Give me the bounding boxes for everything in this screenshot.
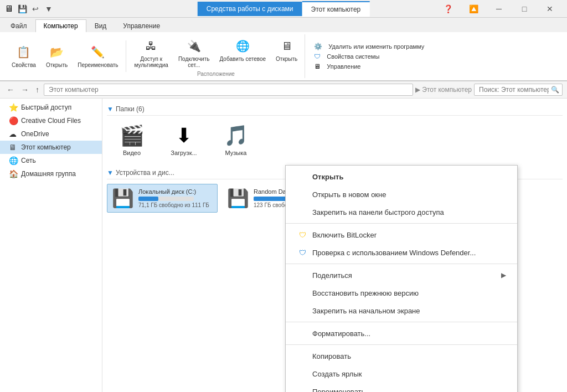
ribbon-group-main: 📋 Свойства 📂 Открыть ✏️ Переименовать	[4, 40, 126, 72]
share-arrow-icon: ▶	[501, 271, 506, 279]
ctx-rename[interactable]: Переименовать	[286, 383, 517, 392]
ribbon-group-system: ⚙️ Удалить или изменить программу 🛡 Свой…	[306, 40, 436, 73]
ctx-separator-2	[286, 264, 517, 264]
title-tab-computer[interactable]: Этот компьютер	[302, 1, 370, 17]
bitlocker-icon: 🛡	[297, 229, 308, 240]
ribbon: Файл Компьютер Вид Управление 📋 Свойства…	[0, 18, 567, 81]
address-bar: ← → ↑ ▶ Этот компьютер 🔍	[0, 81, 567, 99]
context-menu-overlay[interactable]: Открыть Открыть в новом окне Закрепить н…	[102, 99, 567, 392]
ribbon-properties-btn[interactable]: 📋 Свойства	[8, 42, 40, 70]
ctx-create-shortcut[interactable]: Создать ярлык	[286, 365, 517, 383]
open2-icon: 🖥	[278, 37, 296, 55]
ribbon-rename-btn[interactable]: ✏️ Переименовать	[74, 42, 122, 70]
minimize-button[interactable]: ─	[486, 0, 512, 18]
ribbon-open-btn[interactable]: 📂 Открыть	[42, 42, 71, 70]
network-icon: 🌐	[9, 156, 18, 165]
context-menu: Открыть Открыть в новом окне Закрепить н…	[285, 165, 518, 392]
location-label: Расположение	[197, 71, 235, 77]
ctx-new-window-icon	[297, 189, 308, 200]
ctx-rename-icon	[297, 386, 308, 392]
ctx-open-new-window[interactable]: Открыть в новом окне	[286, 185, 517, 203]
ribbon-uninstall-btn[interactable]: Удалить или изменить программу	[324, 42, 428, 51]
ctx-restore-icon	[297, 287, 308, 298]
sidebar-item-creative-cloud[interactable]: 🔴 Creative Cloud Files	[0, 114, 102, 127]
ctx-shortcut-icon	[297, 368, 308, 379]
ctx-separator-3	[286, 322, 517, 322]
breadcrumb-arrow: ▶ Этот компьютер	[415, 86, 472, 94]
ribbon-content: 📋 Свойства 📂 Открыть ✏️ Переименовать 🖧	[0, 32, 567, 81]
address-input[interactable]	[44, 84, 413, 96]
ribbon-group-location: 🖧 Доступ кмультимедиа 🔌 Подключитьсет...…	[127, 34, 306, 78]
ctx-format-icon	[297, 328, 308, 339]
ctx-bitlocker[interactable]: 🛡 Включить BitLocker	[286, 226, 517, 244]
search-icon: 🔍	[551, 86, 559, 94]
ribbon-network-access-btn[interactable]: 🖧 Доступ кмультимедиа	[131, 35, 172, 70]
gear-icon: ⚙️	[314, 43, 322, 50]
manage-icon: 🖥	[314, 63, 321, 70]
up-button[interactable]: ↑	[33, 84, 42, 95]
ribbon-open2-btn[interactable]: 🖥 Открыть	[272, 35, 301, 64]
ribbon-tab-view[interactable]: Вид	[86, 19, 115, 32]
connect-icon: 🔌	[185, 37, 203, 55]
sidebar-item-quick-access[interactable]: ⭐ Быстрый доступ	[0, 101, 102, 114]
network-icon: 🖧	[142, 37, 160, 55]
creative-cloud-icon: 🔴	[9, 116, 18, 125]
forward-button[interactable]: →	[19, 84, 31, 95]
sidebar-item-homegroup[interactable]: 🏠 Домашняя группа	[0, 167, 102, 180]
ribbon-tab-manage[interactable]: Управление	[115, 19, 168, 32]
shield-icon: 🛡	[314, 53, 321, 60]
homegroup-icon: 🏠	[9, 169, 18, 178]
qa-undo-btn[interactable]: ↩	[30, 3, 41, 14]
ctx-restore-prev[interactable]: Восстановить прежнюю версию	[286, 284, 517, 302]
ribbon-manage-btn[interactable]: Управление	[323, 62, 364, 71]
main-layout: ⭐ Быстрый доступ 🔴 Creative Cloud Files …	[0, 99, 567, 392]
ctx-open[interactable]: Открыть	[286, 168, 517, 185]
ctx-copy[interactable]: Копировать	[286, 347, 517, 365]
ctx-defender[interactable]: 🛡 Проверка с использованием Windows Defe…	[286, 244, 517, 261]
content-area: ▼ Папки (6) 🎬 Видео ⬇ Загрузк... 🎵 Музык…	[102, 99, 567, 392]
add-network-icon: 🌐	[234, 37, 251, 55]
ribbon-connect-btn[interactable]: 🔌 Подключитьсет...	[174, 35, 214, 70]
quick-access-icon: ⭐	[9, 103, 18, 112]
collapse-ribbon-button[interactable]: 🔼	[461, 0, 486, 18]
search-input[interactable]	[474, 84, 563, 96]
qa-dropdown-btn[interactable]: ▼	[43, 3, 54, 14]
defender-icon: 🛡	[297, 247, 308, 258]
ctx-start-pin-icon	[297, 305, 308, 316]
ribbon-location-buttons: 🖧 Доступ кмультимедиа 🔌 Подключитьсет...…	[131, 35, 302, 70]
rename-icon: ✏️	[89, 43, 107, 61]
ribbon-tabs: Файл Компьютер Вид Управление	[0, 18, 567, 32]
ctx-separator-4	[286, 344, 517, 345]
ribbon-tab-disks[interactable]: Средства работы с дисками	[198, 2, 302, 16]
open-icon: 📂	[48, 43, 66, 61]
ribbon-tab-file[interactable]: Файл	[2, 19, 35, 32]
close-button[interactable]: ✕	[537, 0, 563, 18]
onedrive-icon: ☁	[9, 130, 18, 138]
quick-access-toolbar: 💾 ↩ ▼	[17, 3, 54, 14]
maximize-button[interactable]: □	[512, 0, 537, 18]
title-bar-left: 🖥 💾 ↩ ▼	[4, 3, 54, 14]
ctx-share[interactable]: Поделиться ▶	[286, 266, 517, 284]
ctx-pin-icon	[297, 207, 308, 218]
sidebar-item-onedrive[interactable]: ☁ OneDrive	[0, 127, 102, 141]
window-controls: ❓ 🔼 ─ □ ✕	[435, 0, 563, 18]
sidebar-item-network[interactable]: 🌐 Сеть	[0, 154, 102, 167]
search-wrap: 🔍	[474, 84, 563, 96]
ribbon-add-network-btn[interactable]: 🌐 Добавить сетевое	[215, 35, 270, 64]
ribbon-tab-computer[interactable]: Компьютер	[35, 19, 86, 32]
ctx-format[interactable]: Форматировать...	[286, 324, 517, 342]
sidebar-item-this-pc[interactable]: 🖥 Этот компьютер	[0, 141, 102, 154]
ctx-share-icon	[297, 270, 308, 281]
ctx-open-icon	[297, 171, 308, 182]
sidebar: ⭐ Быстрый доступ 🔴 Creative Cloud Files …	[0, 99, 102, 392]
ctx-pin-quick-access[interactable]: Закрепить на панели быстрого доступа	[286, 203, 517, 221]
app-icon: 🖥	[4, 4, 13, 14]
ribbon-main-buttons: 📋 Свойства 📂 Открыть ✏️ Переименовать	[8, 42, 122, 70]
qa-save-btn[interactable]: 💾	[17, 3, 28, 14]
back-button[interactable]: ←	[4, 84, 17, 95]
help-button[interactable]: ❓	[435, 0, 461, 18]
properties-icon: 📋	[15, 43, 33, 61]
ribbon-system-props-btn[interactable]: Свойства системы	[323, 52, 383, 61]
ctx-pin-start[interactable]: Закрепить на начальном экране	[286, 302, 517, 319]
ctx-copy-icon	[297, 350, 308, 362]
